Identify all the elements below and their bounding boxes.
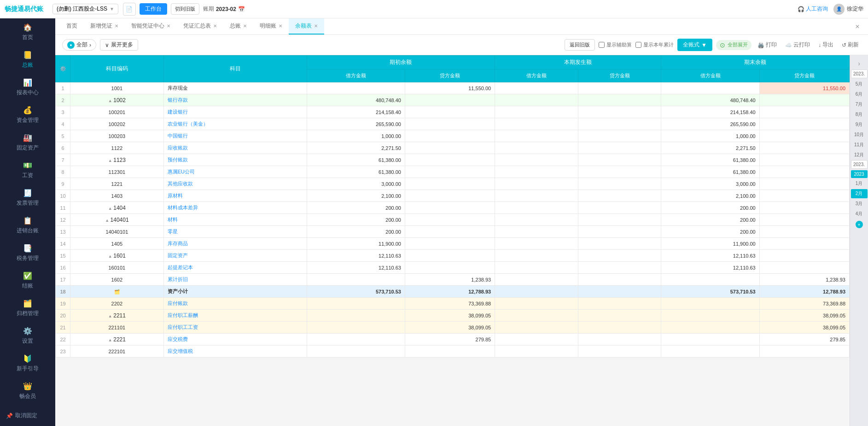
month-3[interactable]: 3月 xyxy=(851,199,868,208)
sidebar-item-invoices[interactable]: 🧾 发票管理 xyxy=(0,184,55,212)
account-name[interactable]: 应收账款 xyxy=(163,142,307,154)
pin-toggle[interactable]: 📌 取消固定 xyxy=(4,409,52,422)
month-4[interactable]: 4月 xyxy=(851,209,868,219)
tab-smart-center[interactable]: 智能凭证中心 ✕ xyxy=(125,18,177,35)
add-period-button[interactable]: + xyxy=(856,221,863,228)
month-10[interactable]: 10月 xyxy=(851,130,868,139)
tab-voucher-summary[interactable]: 凭证汇总表 ✕ xyxy=(177,18,223,35)
show-aux-checkbox-group[interactable]: 显示辅助算 xyxy=(599,41,632,48)
document-icon-btn[interactable]: 📄 xyxy=(123,3,136,16)
account-name[interactable]: 原材料 xyxy=(163,190,307,202)
sidebar-item-member[interactable]: 👑 畅会员 xyxy=(0,377,55,405)
account-name[interactable]: 中国银行 xyxy=(163,130,307,142)
show-ytd-checkbox[interactable] xyxy=(635,42,641,48)
account-code: 1122 xyxy=(70,142,164,154)
sidebar-label-invoices: 发票管理 xyxy=(17,199,39,207)
current-debit xyxy=(495,226,578,238)
tab-detail-ledger[interactable]: 明细账 ✕ xyxy=(253,18,289,35)
sidebar-item-tax[interactable]: 📑 税务管理 xyxy=(0,239,55,267)
filter-button[interactable]: ● 全部 › xyxy=(62,39,96,51)
sidebar-item-funds[interactable]: 💰 资金管理 xyxy=(0,101,55,129)
account-name[interactable]: 起提差记本 xyxy=(163,262,307,274)
refresh-button[interactable]: ↺ 刷新 xyxy=(839,40,861,50)
month-7[interactable]: 7月 xyxy=(851,100,868,109)
panel-expand-arrow[interactable]: › xyxy=(856,58,862,69)
current-credit xyxy=(578,262,661,274)
account-name[interactable]: 应付职工薪酬 xyxy=(163,310,307,322)
tab-close-balance[interactable]: ✕ xyxy=(314,23,318,29)
expand-all-toggle[interactable]: ⊙ 全部展开 xyxy=(716,40,751,50)
tab-close-detail-ledger[interactable]: ✕ xyxy=(279,23,282,29)
month-12[interactable]: 12月 xyxy=(851,150,868,160)
table-row: 15▲ 1601固定资产12,110.6312,110.63 xyxy=(56,250,850,262)
account-name[interactable]: 惠属EU公司 xyxy=(163,166,307,178)
month-11[interactable]: 11月 xyxy=(851,140,868,150)
sidebar-item-settings[interactable]: ⚙️ 设置 xyxy=(0,322,55,350)
account-name[interactable]: 应交增值税 xyxy=(163,345,307,357)
company-selector[interactable]: (勿删) 江西股企-LSS ▼ xyxy=(52,4,118,14)
table-container[interactable]: ⚙️ 科目编码 科目 期初余额 本期发生额 期末余额 借方金额 贷方金额 借方金… xyxy=(55,55,850,426)
workbench-button[interactable]: 工作台 xyxy=(140,3,167,15)
sidebar-item-reports[interactable]: 📊 报表中心 xyxy=(0,74,55,101)
close-all-tabs[interactable]: ✕ xyxy=(851,20,863,34)
account-name[interactable]: 固定资产 xyxy=(163,250,307,262)
current-credit xyxy=(578,334,661,345)
tab-ledger[interactable]: 总账 ✕ xyxy=(223,18,253,35)
sidebar-label-settlement: 结账 xyxy=(22,282,33,290)
tab-balance[interactable]: 余额表 ✕ xyxy=(289,18,324,35)
expand-button[interactable]: ∨ 展开更多 xyxy=(100,39,138,51)
month-5[interactable]: 5月 xyxy=(851,80,868,89)
account-name[interactable]: 预付账款 xyxy=(163,154,307,166)
show-ytd-checkbox-group[interactable]: 显示本年累计 xyxy=(635,41,674,48)
pe-debit xyxy=(661,345,759,357)
tab-close-voucher-summary[interactable]: ✕ xyxy=(213,23,217,29)
print-button[interactable]: 🖨️ 打印 xyxy=(755,40,779,50)
export-button[interactable]: ↓ 导出 xyxy=(816,40,836,50)
pe-credit xyxy=(759,178,849,190)
tab-home[interactable]: 首页 xyxy=(60,18,84,35)
account-name[interactable]: 材料成本差异 xyxy=(163,202,307,214)
tab-add-voucher[interactable]: 新增凭证 ✕ xyxy=(84,18,125,35)
user-info[interactable]: 👤 徐淀华 xyxy=(833,4,863,15)
sidebar-item-assets[interactable]: 🏭 固定资产 xyxy=(0,129,55,156)
switch-version-button[interactable]: 切到旧版 xyxy=(171,3,199,15)
content-area: 首页 新增凭证 ✕ 智能凭证中心 ✕ 凭证汇总表 ✕ 总账 ✕ 明细账 ✕ xyxy=(55,18,868,426)
consultant-link[interactable]: 🎧 人工咨询 xyxy=(798,5,828,13)
sidebar-item-settlement[interactable]: ✅ 结账 xyxy=(0,267,55,294)
sidebar-item-ledger[interactable]: 📒 总账 xyxy=(0,46,55,74)
cloud-print-button[interactable]: ☁️ 云打印 xyxy=(783,40,812,50)
table-row: 22▲ 2221应交税费279.85279.85 xyxy=(56,334,850,345)
year-2023[interactable]: 2023 xyxy=(851,170,868,178)
return-old-version-button[interactable]: 返回旧版 xyxy=(565,39,595,51)
month-6[interactable]: 6月 xyxy=(851,90,868,99)
account-name[interactable]: 应付账款 xyxy=(163,298,307,310)
sidebar-item-archive[interactable]: 🗂️ 归档管理 xyxy=(0,294,55,322)
expand-chevron-icon: ∨ xyxy=(105,42,109,48)
account-name[interactable]: 建设银行 xyxy=(163,106,307,118)
account-name[interactable]: 材料 xyxy=(163,214,307,226)
period-calendar-icon[interactable]: 📅 xyxy=(238,6,245,12)
show-aux-checkbox[interactable] xyxy=(599,42,605,48)
sidebar-item-purchase[interactable]: 📋 进销台账 xyxy=(0,212,55,239)
account-code: ▲ 1404 xyxy=(70,202,164,214)
month-1[interactable]: 1月 xyxy=(851,179,868,188)
account-name[interactable]: 应付职工工资 xyxy=(163,322,307,334)
account-name[interactable]: 零星 xyxy=(163,226,307,238)
month-9[interactable]: 9月 xyxy=(851,120,868,129)
sidebar-item-guide[interactable]: 🔰 新手引导 xyxy=(0,350,55,377)
tab-close-add-voucher[interactable]: ✕ xyxy=(115,23,118,29)
sidebar-item-payroll[interactable]: 💵 工资 xyxy=(0,156,55,184)
account-name[interactable]: 农业银行（美金） xyxy=(163,118,307,130)
account-name[interactable]: 库存商品 xyxy=(163,238,307,250)
pe-debit: 200.00 xyxy=(661,214,759,226)
month-8[interactable]: 8月 xyxy=(851,110,868,119)
sidebar-item-home[interactable]: 🏠 首页 xyxy=(0,18,55,46)
format-button[interactable]: 全账式 ▼ xyxy=(677,39,712,51)
account-name[interactable]: 其他应收款 xyxy=(163,178,307,190)
tab-close-smart-center[interactable]: ✕ xyxy=(167,23,170,29)
tab-close-ledger[interactable]: ✕ xyxy=(243,23,247,29)
month-2[interactable]: 2月 xyxy=(851,189,868,198)
account-name[interactable]: 应交税费 xyxy=(163,334,307,345)
account-name[interactable]: 银行存款 xyxy=(163,94,307,106)
account-name[interactable]: 累计折旧 xyxy=(163,274,307,286)
